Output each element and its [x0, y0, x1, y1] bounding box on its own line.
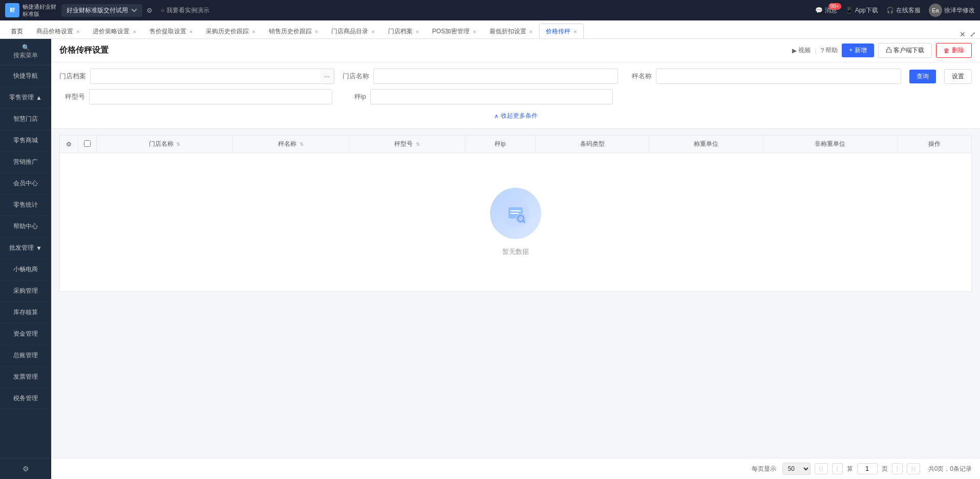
top-bar: 财 畅捷通好业财 标准版 好业财标准版交付试用 ⚙ ○ 我要看实例演示 💬 消息…	[0, 0, 980, 20]
tab-home[interactable]: 首页	[4, 24, 30, 39]
sidebar-item-member[interactable]: 会员中心	[0, 173, 51, 194]
settings-query-button[interactable]: 设置	[944, 69, 972, 84]
empty-text: 暂无数据	[502, 247, 529, 256]
main-layout: 🔍 搜索菜单 快捷导航 零售管理 ▲ 智慧门店 零售商城 营销推广 会员中心 零…	[0, 39, 980, 479]
close-icon[interactable]: ×	[416, 29, 419, 35]
select-all-checkbox[interactable]	[84, 140, 91, 147]
scale-ip-input[interactable]	[370, 89, 613, 104]
sidebar-item-ledger[interactable]: 总账管理	[0, 345, 51, 366]
sidebar-item-retail-mall[interactable]: 零售商城	[0, 130, 51, 151]
top-right-actions: 💬 消息 99+ 📱 App下载 🎧 在线客服 Ea 徐泽华修改	[815, 4, 975, 17]
sidebar-item-purchase[interactable]: 采购管理	[0, 280, 51, 302]
sidebar-item-inventory[interactable]: 库存核算	[0, 302, 51, 323]
avatar: Ea	[929, 4, 942, 17]
scale-ip-label: 秤ip	[340, 92, 366, 101]
user-menu-button[interactable]: Ea 徐泽华修改	[929, 4, 975, 17]
scale-model-input[interactable]	[89, 89, 332, 104]
close-icon[interactable]: ×	[189, 29, 193, 35]
form-row-2: 秤型号 秤ip	[59, 89, 972, 104]
th-non-weight-unit: 非称重单位	[763, 136, 897, 153]
store-file-input[interactable]	[90, 69, 320, 84]
tab-sale-extract[interactable]: 售价提取设置 ×	[143, 24, 199, 39]
sidebar-item-invoice[interactable]: 发票管理	[0, 366, 51, 388]
th-store-name: 门店名称 ⇅	[97, 136, 233, 153]
tab-purchase-strategy[interactable]: 进价策略设置 ×	[86, 24, 142, 39]
video-link[interactable]: ▶ 视频	[792, 46, 811, 55]
close-icon[interactable]: ×	[371, 29, 374, 35]
edition-settings-button[interactable]: ⚙	[146, 7, 153, 14]
scale-name-input[interactable]	[656, 69, 901, 84]
tab-purchase-history[interactable]: 采购历史价跟踪 ×	[199, 24, 262, 39]
sidebar-item-retail-stats[interactable]: 零售统计	[0, 194, 51, 216]
page-title: 价格传秤设置	[59, 45, 109, 56]
empty-state-row: 暂无数据	[60, 153, 972, 292]
store-name-input[interactable]	[373, 69, 617, 84]
close-icon[interactable]: ×	[529, 29, 532, 35]
tab-min-discount[interactable]: 最低折扣设置 ×	[483, 24, 539, 39]
logo-icon: 财	[5, 3, 19, 17]
total-info: 共0页，0条记录	[928, 465, 972, 473]
help-link[interactable]: ? 帮助	[821, 46, 838, 55]
sidebar-item-wholesale[interactable]: 批发管理 ▼	[0, 237, 51, 259]
app-download-button[interactable]: 📱 App下载	[845, 6, 878, 15]
maximize-button[interactable]: ⤢	[970, 30, 976, 38]
close-all-button[interactable]: ✕	[960, 30, 966, 38]
demo-link[interactable]: ○ 我要看实例演示	[161, 6, 209, 15]
close-icon[interactable]: ×	[76, 29, 79, 35]
next-page-button[interactable]: ⟩	[892, 463, 903, 474]
close-icon[interactable]: ×	[573, 29, 577, 35]
tab-pos-encrypt[interactable]: POS加密管理 ×	[425, 24, 483, 39]
page-input[interactable]: 1	[857, 463, 878, 474]
tab-price-scale[interactable]: 价格传秤 ×	[539, 24, 583, 39]
close-icon[interactable]: ×	[252, 29, 255, 35]
close-icon[interactable]: ×	[473, 29, 476, 35]
last-page-button[interactable]: ⟩⟩	[907, 463, 920, 474]
sidebar-item-retail-mgmt[interactable]: 零售管理 ▲	[0, 87, 51, 108]
add-button[interactable]: + 新增	[842, 43, 874, 57]
sidebar-item-tax[interactable]: 税务管理	[0, 388, 51, 409]
video-icon: ▶	[792, 47, 797, 54]
sidebar-search[interactable]: 🔍 搜索菜单	[0, 39, 51, 66]
sidebar-item-help[interactable]: 帮助中心	[0, 216, 51, 237]
online-service-button[interactable]: 🎧 在线客服	[886, 6, 921, 15]
data-table: ⚙ 门店名称 ⇅ 秤名称 ⇅ 秤型号	[59, 135, 972, 292]
tab-product-price[interactable]: 商品价格设置 ×	[30, 24, 86, 39]
delete-button[interactable]: 🗑 删除	[936, 43, 972, 58]
store-file-dots-button[interactable]: ···	[320, 69, 335, 84]
tab-store-catalog[interactable]: 门店商品目录 ×	[325, 24, 381, 39]
page-header: 价格传秤设置 ▶ 视频 | ? 帮助 + 新增 凸 客户端下载 🗑	[51, 39, 980, 62]
th-settings[interactable]: ⚙	[60, 136, 78, 153]
sort-icon[interactable]: ⇅	[176, 141, 180, 147]
per-page-select[interactable]: 20 50 100	[782, 463, 811, 475]
sort-icon[interactable]: ⇅	[300, 141, 304, 147]
messages-button[interactable]: 💬 消息 99+	[815, 6, 837, 15]
th-checkbox[interactable]	[78, 136, 97, 153]
tab-sales-history[interactable]: 销售历史价跟踪 ×	[262, 24, 325, 39]
tab-store-file[interactable]: 门店档案 ×	[381, 24, 425, 39]
sidebar-settings-button[interactable]: ⚙	[0, 458, 51, 479]
content-area: 价格传秤设置 ▶ 视频 | ? 帮助 + 新增 凸 客户端下载 🗑	[51, 39, 980, 479]
prev-page-button[interactable]: ⟨	[832, 463, 843, 474]
first-page-button[interactable]: ⟨⟨	[815, 463, 828, 474]
table-area: ⚙ 门店名称 ⇅ 秤名称 ⇅ 秤型号	[51, 129, 980, 458]
download-button[interactable]: 凸 客户端下载	[878, 43, 932, 58]
sidebar-item-ecommerce[interactable]: 小畅电商	[0, 259, 51, 280]
edition-selector[interactable]: 好业财标准版交付试用	[61, 4, 142, 17]
sidebar-item-finance[interactable]: 资金管理	[0, 323, 51, 345]
close-icon[interactable]: ×	[315, 29, 318, 35]
form-item-scale-model: 秤型号	[59, 89, 332, 104]
sidebar-item-quick-nav[interactable]: 快捷导航	[0, 66, 51, 87]
store-file-label: 门店档案	[59, 72, 86, 81]
th-barcode-type: 条码类型	[535, 136, 649, 153]
sort-icon[interactable]: ⇅	[416, 141, 420, 147]
close-icon[interactable]: ×	[133, 29, 136, 35]
per-page-label: 每页显示	[752, 465, 776, 473]
th-scale-ip: 秤ip	[465, 136, 535, 153]
logo-area: 财 畅捷通好业财 标准版	[5, 3, 56, 18]
search-button[interactable]: 查询	[909, 70, 936, 83]
help-icon: ?	[821, 47, 824, 54]
form-item-scale-ip: 秤ip	[340, 89, 613, 104]
sidebar-item-smart-store[interactable]: 智慧门店	[0, 108, 51, 130]
collapse-button[interactable]: ∧ 收起更多条件	[59, 110, 972, 122]
sidebar-item-marketing[interactable]: 营销推广	[0, 151, 51, 173]
